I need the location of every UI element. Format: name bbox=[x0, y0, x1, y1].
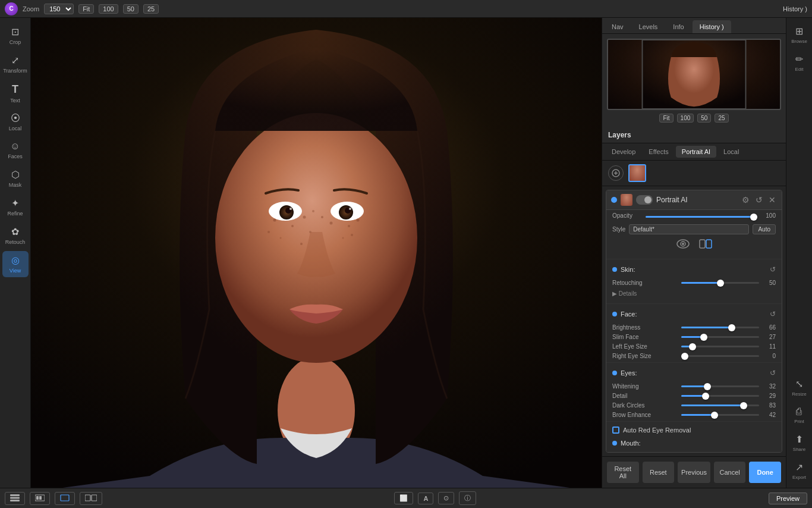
reset-btn[interactable]: Reset bbox=[643, 462, 675, 483]
browse-item[interactable]: ⊞ Browse bbox=[789, 23, 810, 47]
faces-icon: ☺ bbox=[10, 141, 20, 152]
details-toggle[interactable]: ▶ Details bbox=[606, 289, 782, 301]
tool-text[interactable]: T Text bbox=[2, 80, 29, 107]
thumb-25-btn[interactable]: 25 bbox=[715, 114, 728, 123]
auto-btn[interactable]: Auto bbox=[753, 224, 776, 234]
slim-face-slider[interactable] bbox=[681, 336, 759, 338]
portrait-close-btn[interactable]: ✕ bbox=[767, 194, 777, 206]
tool-refine[interactable]: ✦ Refine bbox=[2, 194, 29, 220]
center-btn[interactable]: ⊙ bbox=[438, 492, 454, 504]
portrait-mode-toggle[interactable] bbox=[636, 195, 653, 205]
print-item[interactable]: ⎙ Print bbox=[792, 403, 806, 427]
tool-view[interactable]: ◎ View bbox=[2, 251, 29, 277]
view-label: View bbox=[10, 268, 21, 274]
tool-local[interactable]: ⦿ Local bbox=[2, 109, 29, 135]
bottom-filmstrip-btn[interactable] bbox=[30, 492, 50, 505]
resize-item[interactable]: ⤡ Resize bbox=[789, 375, 808, 400]
right-eye-label: Right Eye Size bbox=[612, 353, 678, 359]
tab-info[interactable]: Info bbox=[666, 20, 691, 33]
divider-3 bbox=[606, 362, 782, 363]
cancel-btn[interactable]: Cancel bbox=[714, 462, 746, 483]
eyes-reset-btn[interactable]: ↺ bbox=[770, 369, 776, 377]
auto-red-eye-checkbox[interactable] bbox=[612, 427, 619, 434]
tab-levels[interactable]: Levels bbox=[632, 20, 665, 33]
zoom-select[interactable]: 150 100 75 50 25 bbox=[44, 4, 74, 14]
tab-effects[interactable]: Effects bbox=[643, 146, 674, 158]
crop-icon: ⊡ bbox=[11, 26, 19, 37]
portrait-photo bbox=[31, 18, 602, 488]
skin-reset-btn[interactable]: ↺ bbox=[770, 265, 776, 274]
tool-mask[interactable]: ⬡ Mask bbox=[2, 165, 29, 192]
edit-item[interactable]: ✏ Edit bbox=[793, 51, 806, 75]
share-item[interactable]: ⬆ Share bbox=[791, 431, 808, 455]
tab-local[interactable]: Local bbox=[717, 146, 745, 158]
svg-point-15 bbox=[351, 234, 353, 236]
export-label: Export bbox=[792, 475, 806, 480]
done-btn[interactable]: Done bbox=[749, 462, 781, 483]
local-label: Local bbox=[9, 126, 22, 131]
dark-circles-slider[interactable] bbox=[681, 404, 759, 406]
tab-portrait-ai[interactable]: Portrait AI bbox=[676, 146, 716, 158]
brightness-slider[interactable] bbox=[681, 327, 759, 328]
bottom-layers-btn[interactable] bbox=[5, 492, 25, 505]
tool-faces[interactable]: ☺ Faces bbox=[2, 137, 29, 163]
zoom-50-btn[interactable]: 50 bbox=[123, 4, 139, 14]
bottom-compare-btn[interactable] bbox=[80, 492, 102, 505]
left-eye-row: Left Eye Size 11 bbox=[606, 343, 782, 350]
portrait-scroll-area[interactable]: Opacity 100 Style Default* Natural Glamo… bbox=[606, 210, 782, 453]
preview-btn[interactable]: Preview bbox=[769, 493, 807, 504]
face-compare-btn[interactable] bbox=[699, 239, 712, 252]
bottom-single-btn[interactable] bbox=[55, 492, 75, 505]
info-btn[interactable]: ⓘ bbox=[459, 491, 476, 505]
right-eye-row: Right Eye Size 0 bbox=[606, 353, 782, 359]
svg-rect-38 bbox=[10, 497, 20, 498]
whitening-slider[interactable] bbox=[681, 385, 759, 387]
previous-btn[interactable]: Previous bbox=[678, 462, 710, 483]
tab-history[interactable]: History ) bbox=[693, 20, 731, 33]
portrait-settings-btn[interactable]: ⚙ bbox=[741, 194, 751, 206]
resize-icon: ⤡ bbox=[795, 378, 803, 390]
view-buttons-row bbox=[606, 237, 782, 256]
zoom-fit-btn[interactable]: Fit bbox=[78, 4, 94, 14]
retouching-slider[interactable] bbox=[681, 282, 759, 284]
zoom-25-btn[interactable]: 25 bbox=[143, 4, 159, 14]
portrait-panel-header: Portrait AI ⚙ ↺ ✕ bbox=[606, 190, 782, 210]
left-eye-slider[interactable] bbox=[681, 346, 759, 347]
left-sidebar: ⊡ Crop ⤢ Transform T Text ⦿ Local ☺ Face… bbox=[0, 18, 31, 488]
thumb-fit-btn[interactable]: Fit bbox=[659, 114, 673, 123]
opacity-slider[interactable] bbox=[646, 216, 757, 218]
tab-nav[interactable]: Nav bbox=[605, 20, 631, 33]
detail-slider[interactable] bbox=[681, 395, 759, 397]
opacity-row: Opacity 100 bbox=[606, 210, 782, 222]
brow-enhance-slider[interactable] bbox=[681, 414, 759, 416]
style-select[interactable]: Default* Natural Glamour bbox=[629, 224, 749, 234]
whitening-label: Whitening bbox=[612, 383, 678, 390]
slim-face-value: 27 bbox=[763, 334, 776, 340]
thumb-50-btn[interactable]: 50 bbox=[697, 114, 711, 123]
zoom-100-btn[interactable]: 100 bbox=[99, 4, 118, 14]
mask-view-btn[interactable]: ⬜ bbox=[394, 492, 413, 504]
portrait-reset-btn[interactable]: ↺ bbox=[754, 194, 764, 206]
thumbnail-area: Fit 100 50 25 bbox=[602, 34, 786, 127]
svg-rect-41 bbox=[36, 496, 39, 500]
tool-transform[interactable]: ⤢ Transform bbox=[2, 51, 29, 77]
tab-develop[interactable]: Develop bbox=[606, 146, 641, 158]
history-button[interactable]: History ) bbox=[783, 5, 807, 12]
thumb-100-btn[interactable]: 100 bbox=[677, 114, 694, 123]
tool-retouch[interactable]: ✿ Retouch bbox=[2, 222, 29, 249]
svg-rect-37 bbox=[10, 494, 20, 496]
tool-crop[interactable]: ⊡ Crop bbox=[2, 23, 29, 49]
right-eye-slider[interactable] bbox=[681, 355, 759, 357]
top-toolbar: C Zoom 150 100 75 50 25 Fit 100 50 25 Hi… bbox=[0, 0, 812, 18]
eye-view-btn[interactable] bbox=[676, 239, 690, 252]
export-item[interactable]: ↗ Export bbox=[790, 459, 808, 483]
svg-point-6 bbox=[280, 237, 282, 239]
add-layer-btn[interactable] bbox=[608, 165, 624, 181]
text-tool-btn[interactable]: A bbox=[418, 493, 433, 504]
right-eye-value: 0 bbox=[763, 353, 776, 359]
eyes-section: Eyes: ↺ bbox=[606, 365, 782, 383]
face-reset-btn[interactable]: ↺ bbox=[770, 310, 776, 318]
browse-label: Browse bbox=[791, 39, 807, 44]
reset-all-btn[interactable]: Reset All bbox=[607, 462, 639, 483]
svg-rect-44 bbox=[85, 495, 90, 501]
